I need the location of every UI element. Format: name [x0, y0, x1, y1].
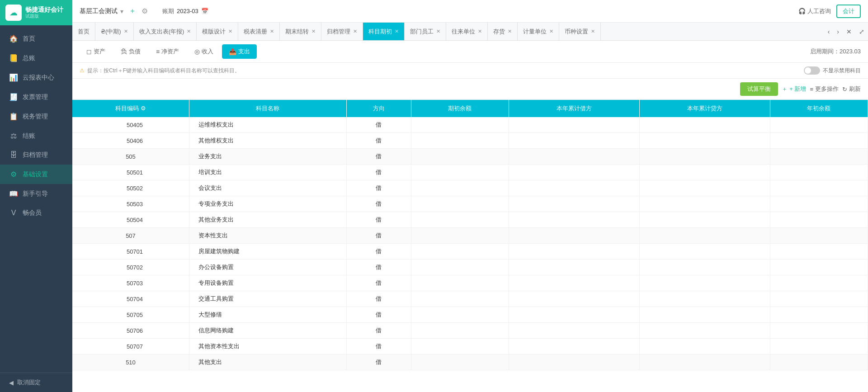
- sidebar-logo: ☁ 畅捷通好会计 试题版: [0, 0, 72, 25]
- sidebar-item-archive[interactable]: 🗄归档管理: [0, 146, 72, 165]
- table-row[interactable]: 50706信息网络购建借: [72, 323, 868, 339]
- sidebar-icon-ledger: 📒: [9, 54, 18, 62]
- tab-close-subject[interactable]: ✕: [395, 28, 399, 34]
- toggle-disabled-subjects[interactable]: 不显示禁用科目: [804, 66, 861, 75]
- tab-scroll-left[interactable]: ‹: [824, 26, 834, 37]
- table-row[interactable]: 50503专项业务支出借: [72, 196, 868, 212]
- table-row[interactable]: 50703专用设备购置借: [72, 275, 868, 291]
- tab-dept[interactable]: 部门员工✕: [405, 23, 446, 40]
- tab-subject[interactable]: 科目期初✕: [363, 23, 405, 40]
- tab-home[interactable]: 首页: [72, 23, 95, 40]
- tab-inventory[interactable]: 存货✕: [488, 23, 518, 40]
- table-row[interactable]: 50406其他维权支出借: [72, 133, 868, 149]
- tab-close-inventory[interactable]: ✕: [508, 28, 512, 34]
- tab-close-partner[interactable]: ✕: [478, 28, 482, 34]
- tab-close-income[interactable]: ✕: [187, 28, 191, 34]
- tab-label-subject: 科目期初: [368, 28, 392, 36]
- cell-direction: 借: [346, 244, 411, 260]
- cell-ytd_debit: [509, 354, 639, 370]
- cell-ytd_credit: [639, 244, 770, 260]
- subtab-liabilities[interactable]: 负负债: [114, 44, 147, 59]
- cell-direction: 借: [346, 149, 411, 165]
- tab-close-all[interactable]: ✕: [843, 26, 855, 37]
- tab-partner[interactable]: 往来单位✕: [446, 23, 488, 40]
- col-header-name: 科目名称: [189, 100, 346, 117]
- tab-close-yearend[interactable]: ✕: [311, 28, 316, 34]
- cell-opening: [411, 117, 509, 133]
- tab-interim[interactable]: ₴(中期)✕: [95, 23, 134, 40]
- cell-name: 专用设备购置: [189, 275, 346, 291]
- sidebar-label-guide: 新手引导: [23, 190, 48, 198]
- table-row[interactable]: 50705大型修缮借: [72, 307, 868, 323]
- topbar: 基层工会测试 ▾ ＋ ⚙ 账期 2023-03 📅 🎧 人工咨询 会计: [72, 0, 868, 23]
- tab-close-template[interactable]: ✕: [228, 28, 232, 34]
- tab-income[interactable]: 收入支出表(年报)✕: [134, 23, 197, 40]
- sidebar-item-close[interactable]: ⚖结账: [0, 126, 72, 146]
- subtab-equity[interactable]: ≡净资产: [149, 44, 186, 59]
- table-row[interactable]: 50701房屋建筑物购建借: [72, 244, 868, 260]
- trial-balance-btn[interactable]: 试算平衡: [740, 82, 778, 96]
- app-name: 畅捷通好会计: [25, 6, 63, 14]
- table-row[interactable]: 50707其他资本性支出借: [72, 339, 868, 354]
- cell-name: 培训支出: [189, 165, 346, 180]
- refresh-btn[interactable]: ↻ 刷新: [842, 85, 861, 93]
- table-row[interactable]: 50504其他业务支出借: [72, 212, 868, 228]
- tab-taxlist[interactable]: 税表清册✕: [238, 23, 280, 40]
- tab-close-currency[interactable]: ✕: [591, 28, 595, 34]
- more-btn[interactable]: ≡ 更多操作: [810, 85, 839, 93]
- account-btn[interactable]: 会计: [836, 5, 861, 18]
- cell-opening: [411, 180, 509, 196]
- cell-ytd_credit: [639, 323, 770, 339]
- sidebar-item-guide[interactable]: 📖新手引导: [0, 184, 72, 203]
- tab-close-archivemgr[interactable]: ✕: [353, 28, 357, 34]
- sidebar-item-member[interactable]: V畅会员: [0, 203, 72, 222]
- company-name: 基层工会测试: [80, 7, 118, 15]
- table-row[interactable]: 507资本性支出借: [72, 228, 868, 244]
- sidebar-item-settings[interactable]: ⚙基础设置: [0, 165, 72, 184]
- tab-archivemgr[interactable]: 归档管理✕: [321, 23, 363, 40]
- support-btn[interactable]: 🎧 人工咨询: [798, 7, 831, 15]
- table-row[interactable]: 50405运维维权支出借: [72, 117, 868, 133]
- cell-direction: 借: [346, 260, 411, 275]
- table-row[interactable]: 50704交通工具购置借: [72, 291, 868, 307]
- toggle-track[interactable]: [804, 66, 820, 75]
- calendar-icon[interactable]: 📅: [201, 8, 208, 14]
- sidebar-item-reports[interactable]: 📊云报表中心: [0, 68, 72, 87]
- table-row[interactable]: 505业务支出借: [72, 149, 868, 165]
- cell-opening: [411, 275, 509, 291]
- tab-label-taxlist: 税表清册: [244, 28, 267, 36]
- add-company-btn[interactable]: ＋: [129, 6, 136, 16]
- tab-close-interim[interactable]: ✕: [124, 28, 128, 34]
- sidebar-item-ledger[interactable]: 📒总账: [0, 48, 72, 68]
- tab-scroll-right[interactable]: ›: [833, 26, 843, 37]
- subtab-assets[interactable]: ◻资产: [80, 44, 112, 59]
- settings-icon-col[interactable]: ⚙: [141, 105, 146, 112]
- sidebar-item-invoice[interactable]: 🧾发票管理: [0, 87, 72, 107]
- settings-icon[interactable]: ⚙: [142, 7, 148, 15]
- sidebar-collapse-btn[interactable]: ◀ 取消固定: [0, 373, 72, 392]
- col-header-opening: 期初余额: [411, 100, 509, 117]
- table-row[interactable]: 50702办公设备购置借: [72, 260, 868, 275]
- cell-ytd_debit: [509, 180, 639, 196]
- tab-template[interactable]: 模版设计✕: [197, 23, 238, 40]
- tab-yearend[interactable]: 期末结转✕: [280, 23, 321, 40]
- tab-unit[interactable]: 计量单位✕: [518, 23, 559, 40]
- subtab-label-assets: 资产: [94, 47, 105, 56]
- table-row[interactable]: 50501培训支出借: [72, 165, 868, 180]
- cell-ytd_balance: [770, 196, 868, 212]
- tab-fullscreen[interactable]: ⤢: [855, 26, 868, 37]
- tab-close-dept[interactable]: ✕: [436, 28, 440, 34]
- subtab-income2[interactable]: ◎收入: [188, 44, 220, 59]
- sidebar-item-home[interactable]: 🏠首页: [0, 29, 72, 48]
- sidebar-item-tax[interactable]: 📋税务管理: [0, 107, 72, 126]
- table-row[interactable]: 50502会议支出借: [72, 180, 868, 196]
- tab-close-unit[interactable]: ✕: [549, 28, 553, 34]
- table-row[interactable]: 510其他支出借: [72, 354, 868, 370]
- toolbar-buttons: 试算平衡 ＋ + 新增 ≡ 更多操作 ↻ 刷新: [740, 82, 861, 96]
- subtab-label-expenditure: 支出: [238, 47, 250, 56]
- tab-currency[interactable]: 币种设置✕: [559, 23, 601, 40]
- subtab-expenditure[interactable]: 📤支出: [222, 44, 257, 59]
- add-btn[interactable]: ＋ + 新增: [782, 85, 806, 93]
- tab-close-taxlist[interactable]: ✕: [270, 28, 274, 34]
- company-selector[interactable]: 基层工会测试 ▾: [80, 7, 123, 15]
